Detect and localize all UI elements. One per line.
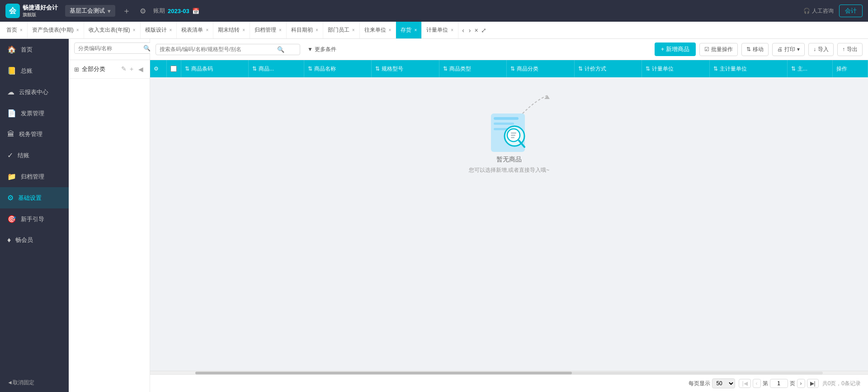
- sidebar-item-close-account[interactable]: ✓ 结账: [0, 145, 69, 166]
- user-role-button[interactable]: 会计: [839, 5, 863, 17]
- tab-scroll-right-button[interactable]: ›: [467, 26, 473, 35]
- sidebar-item-basic-settings[interactable]: ⚙ 基础设置: [0, 187, 69, 208]
- sidebar-bottom-label: ◄取消固定: [7, 379, 34, 387]
- th-unit[interactable]: ⇅ 计量单位: [642, 60, 709, 77]
- sidebar-item-cloud-reports[interactable]: ☁ 云报表中心: [0, 81, 69, 103]
- tab-department-staff[interactable]: 部门员工 ×: [323, 22, 360, 39]
- print-button[interactable]: 🖨 打印 ▾: [772, 43, 805, 56]
- tab-close-icon[interactable]: ×: [20, 28, 23, 33]
- tab-close-all-button[interactable]: ×: [473, 26, 479, 35]
- tab-template-design[interactable]: 模版设计 ×: [141, 22, 177, 39]
- th-main2[interactable]: ⇅ 主...: [787, 60, 832, 77]
- first-page-button[interactable]: |◀: [739, 379, 750, 388]
- th-checkbox[interactable]: [166, 60, 181, 77]
- sidebar-item-archive[interactable]: 📁 归档管理: [0, 166, 69, 187]
- tab-close-icon[interactable]: ×: [242, 28, 245, 33]
- search-icon[interactable]: 🔍: [277, 46, 284, 53]
- sidebar-item-home[interactable]: 🏠 首页: [0, 39, 69, 60]
- sidebar-item-ledger[interactable]: 📒 总账: [0, 60, 69, 81]
- next-page-button[interactable]: ›: [797, 379, 805, 388]
- th-barcode[interactable]: ⇅ 商品条码: [181, 60, 248, 77]
- tab-counterparty[interactable]: 往来单位 ×: [360, 22, 396, 39]
- tab-close-icon[interactable]: ×: [133, 28, 136, 33]
- tab-nav-controls: ‹ › × ⤢: [458, 26, 489, 35]
- page-suffix: 页: [790, 380, 795, 387]
- add-tab-button[interactable]: ＋: [121, 5, 132, 16]
- export-button[interactable]: ↑ 导出: [837, 43, 863, 56]
- batch-operation-button[interactable]: ☑ 批量操作: [699, 43, 738, 56]
- main-layout: 🏠 首页 📒 总账 ☁ 云报表中心 📄 发票管理 🏛 税务管理 ✓ 结账 📁 归…: [0, 39, 868, 392]
- th-name[interactable]: ⇅ 商品名称: [304, 60, 371, 77]
- th-spec[interactable]: ⇅ 规格型号: [372, 60, 439, 77]
- th-price-method[interactable]: ⇅ 计价方式: [574, 60, 642, 77]
- app-logo-icon: 会: [5, 4, 20, 18]
- prev-page-button[interactable]: ‹: [753, 379, 761, 388]
- page-size-selector[interactable]: 每页显示 10 20 50 100: [689, 378, 735, 388]
- calendar-icon[interactable]: 📅: [192, 8, 199, 14]
- add-product-button[interactable]: + 新增商品: [655, 43, 696, 56]
- category-search-box[interactable]: 🔍: [74, 43, 156, 54]
- category-add-button[interactable]: ＋: [128, 65, 135, 73]
- category-search-input[interactable]: [78, 45, 142, 52]
- tab-unit[interactable]: 计量单位 ×: [422, 22, 458, 39]
- svg-rect-8: [511, 135, 515, 136]
- tab-close-icon[interactable]: ×: [352, 28, 355, 33]
- tab-close-icon[interactable]: ×: [76, 28, 79, 33]
- svg-rect-1: [494, 117, 519, 120]
- tab-close-icon[interactable]: ×: [414, 28, 417, 33]
- sidebar-label: 发票管理: [21, 109, 44, 118]
- sort-icon: ⇅: [791, 66, 796, 72]
- move-button[interactable]: ⇅ 移动: [741, 43, 769, 56]
- sidebar-item-invoice[interactable]: 📄 发票管理: [0, 103, 69, 124]
- category-edit-button[interactable]: ✎: [121, 65, 127, 73]
- period-value: 2023-03: [168, 8, 189, 14]
- main-search-input[interactable]: [160, 46, 277, 52]
- th-gear[interactable]: ⚙: [150, 60, 166, 77]
- settings-icon[interactable]: ⚙: [138, 7, 148, 15]
- filter-button[interactable]: ▼ 更多条件: [304, 44, 340, 55]
- member-icon: ♦: [7, 236, 11, 244]
- tab-scroll-left-button[interactable]: ‹: [460, 26, 466, 35]
- tab-expand-button[interactable]: ⤢: [480, 26, 487, 35]
- service-button[interactable]: 🎧 人工咨询: [803, 7, 834, 15]
- total-count: 共0页，0条记录: [822, 380, 861, 387]
- tab-close-icon[interactable]: ×: [206, 28, 208, 33]
- import-button[interactable]: ↓ 导入: [808, 43, 834, 56]
- tab-income-statement[interactable]: 收入支出表(年报) ×: [84, 22, 141, 39]
- tab-close-icon[interactable]: ×: [451, 28, 453, 33]
- tab-close-icon[interactable]: ×: [279, 28, 282, 33]
- empty-state: 暂无商品 您可以选择新增,或者直接导入哦~: [150, 77, 868, 201]
- collapse-button[interactable]: ◀: [137, 65, 144, 74]
- tab-close-icon[interactable]: ×: [316, 28, 318, 33]
- cloud-icon: ☁: [7, 88, 14, 96]
- tab-tax-list[interactable]: 税表清单 ×: [177, 22, 213, 39]
- select-all-checkbox[interactable]: [170, 66, 177, 72]
- sidebar-item-member[interactable]: ♦ 畅会员: [0, 230, 69, 250]
- per-page-select[interactable]: 10 20 50 100: [712, 378, 735, 388]
- company-selector[interactable]: 基层工会测试 ▾: [65, 5, 115, 17]
- tab-archive[interactable]: 归档管理 ×: [250, 22, 287, 39]
- sidebar-item-guide[interactable]: 🎯 新手引导: [0, 208, 69, 230]
- th-code[interactable]: ⇅ 商品...: [248, 60, 304, 77]
- sidebar-pin-toggle[interactable]: ◄取消固定: [0, 373, 69, 392]
- tab-period-carry[interactable]: 期末结转 ×: [213, 22, 250, 39]
- tab-balance-sheet[interactable]: 资产负债表(中期) ×: [28, 22, 84, 39]
- current-page-input[interactable]: [770, 379, 788, 388]
- th-type[interactable]: ⇅ 商品类型: [439, 60, 506, 77]
- tab-close-icon[interactable]: ×: [389, 28, 392, 33]
- horizontal-scrollbar[interactable]: [150, 371, 868, 374]
- tab-subject-initial[interactable]: 科目期初 ×: [287, 22, 323, 39]
- archive-icon: 📁: [7, 172, 16, 181]
- search-icon[interactable]: 🔍: [143, 45, 151, 52]
- import-label: 导入: [818, 46, 829, 53]
- arrow-decoration: [518, 91, 554, 118]
- tab-homepage[interactable]: 首页 ×: [2, 22, 28, 39]
- scroll-thumb[interactable]: [195, 372, 572, 374]
- sidebar-item-tax[interactable]: 🏛 税务管理: [0, 124, 69, 145]
- th-category[interactable]: ⇅ 商品分类: [507, 60, 574, 77]
- th-main-unit[interactable]: ⇅ 主计量单位: [709, 60, 787, 77]
- main-search-box[interactable]: 🔍: [156, 44, 300, 55]
- tab-inventory[interactable]: 存货 ×: [396, 22, 422, 39]
- last-page-button[interactable]: ▶|: [807, 379, 819, 388]
- tab-close-icon[interactable]: ×: [170, 28, 172, 33]
